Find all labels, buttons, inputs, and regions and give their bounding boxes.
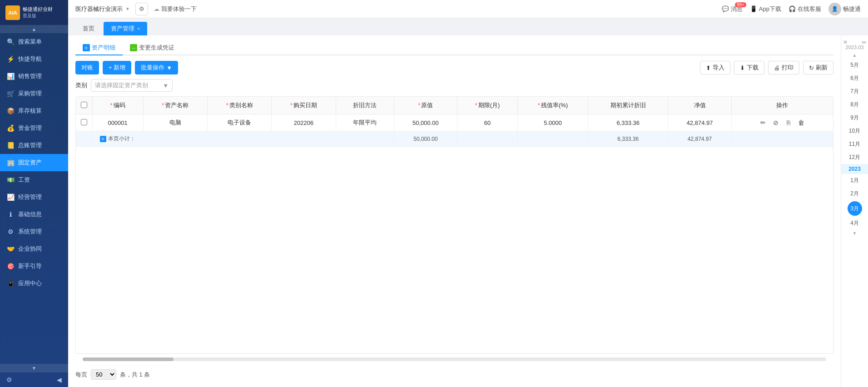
toolbar-right: ⬆ 导入 ⬇ 下载 🖨 打印 ↻ 刷新 <box>700 61 833 74</box>
print-button[interactable]: 🖨 打印 <box>768 61 799 74</box>
inner-tab-asset-detail[interactable]: ≡ 资产明细 <box>75 41 123 55</box>
sidebar-item-purchase[interactable]: 🛒 采购管理 <box>0 85 68 102</box>
calendar-scroll-up[interactable]: ▲ <box>841 52 868 59</box>
sidebar-scroll-up[interactable]: ▲ <box>0 25 68 33</box>
month-1[interactable]: 1月 <box>841 174 868 187</box>
inner-tab-voucher[interactable]: ↔ 变更生成凭证 <box>123 41 182 55</box>
row-checkbox[interactable] <box>81 119 87 125</box>
sidebar-item-payroll[interactable]: 💵 工资 <box>0 171 68 189</box>
link-icon[interactable]: ⎘ <box>784 118 793 127</box>
sidebar-item-guide[interactable]: 🎯 新手引导 <box>0 258 68 275</box>
subtotal-original-value: 50,000.00 <box>394 131 457 147</box>
col-residual-rate: *残值率(%) <box>518 97 588 114</box>
cell-period: 60 <box>457 114 517 131</box>
logo-text: 畅捷通好业财 普及版 <box>23 6 53 19</box>
sidebar-nav: 🔍 搜索菜单 ⚡ 快捷导航 📊 销售管理 🛒 采购管理 📦 库存核算 💰 资金管… <box>0 33 68 364</box>
tab-close-icon[interactable]: × <box>137 26 140 31</box>
reconcile-button[interactable]: 对账 <box>75 61 99 74</box>
sidebar-item-system[interactable]: ⚙ 系统管理 <box>0 223 68 240</box>
col-original-value: *原值 <box>394 97 457 114</box>
download-button[interactable]: ⬇ 下载 <box>734 61 764 74</box>
right-panel-expand-icon[interactable]: ⇔ <box>862 39 866 45</box>
sidebar-item-ledger[interactable]: 📒 总账管理 <box>0 137 68 154</box>
sidebar-item-app-center[interactable]: 📱 应用中心 <box>0 275 68 292</box>
content-area: ≡ 资产明细 ↔ 变更生成凭证 对账 + 新增 批量操作 ▼ <box>68 35 868 387</box>
subtotal-net-value: 42,874.97 <box>668 131 731 147</box>
message-button[interactable]: 💬 消息 99+ <box>722 5 743 13</box>
per-page-select[interactable]: 50 100 200 <box>91 369 116 380</box>
tab-bar: 首页 资产管理 × <box>68 18 868 35</box>
company-selector[interactable]: 医疗器械行业演示 ▼ <box>75 5 130 13</box>
online-service-button[interactable]: 🎧 在线客服 <box>789 5 821 13</box>
inventory-icon: 📦 <box>6 107 15 115</box>
cell-name: 电脑 <box>143 114 207 131</box>
month-5[interactable]: 5月 <box>841 59 868 72</box>
filter-bar: 类别 请选择固定资产类别 ▼ <box>75 79 833 92</box>
sidebar-item-fixed-assets[interactable]: 🏢 固定资产 <box>0 154 68 171</box>
sidebar-item-enterprise[interactable]: 🤝 企业协同 <box>0 240 68 258</box>
download-icon: 📱 <box>750 5 757 12</box>
edit-icon[interactable]: ✏ <box>759 118 768 127</box>
user-menu[interactable]: 👤 畅捷通 <box>828 3 861 15</box>
import-button[interactable]: ⬆ 导入 <box>700 61 730 74</box>
refresh-button[interactable]: ↻ 刷新 <box>803 61 833 74</box>
operations-icon: 📈 <box>6 193 15 201</box>
topbar: 医疗器械行业演示 ▼ ⚙ ☁ 我要体验一下 💬 消息 99+ 📱 App下载 🎧… <box>68 0 868 18</box>
main-panel: ≡ 资产明细 ↔ 变更生成凭证 对账 + 新增 批量操作 ▼ <box>68 35 841 387</box>
asset-detail-tab-icon: ≡ <box>83 44 90 51</box>
message-icon: 💬 <box>722 5 729 12</box>
month-7[interactable]: 7月 <box>841 85 868 98</box>
cell-depreciation-method: 年限平均 <box>336 114 394 131</box>
copy-icon[interactable]: ⊘ <box>771 118 780 127</box>
sidebar-scroll-down[interactable]: ▼ <box>0 364 68 372</box>
month-8[interactable]: 8月 <box>841 98 868 111</box>
basic-info-icon: ℹ <box>6 210 15 218</box>
cell-actions: ✏ ⊘ ⎘ 🗑 <box>731 114 833 131</box>
category-filter-select[interactable]: 请选择固定资产类别 ▼ <box>91 79 173 92</box>
scrollbar-thumb[interactable] <box>83 357 174 361</box>
calendar-scroll-down[interactable]: ▼ <box>841 230 868 237</box>
month-4[interactable]: 4月 <box>841 217 868 230</box>
month-12[interactable]: 12月 <box>841 151 868 164</box>
col-period: *期限(月) <box>457 97 517 114</box>
subtotal-icon: ≡ <box>100 136 106 142</box>
col-actions: 操作 <box>731 97 833 114</box>
sidebar-item-operations[interactable]: 📈 经营管理 <box>0 189 68 206</box>
month-10[interactable]: 10月 <box>841 124 868 138</box>
new-button[interactable]: + 新增 <box>103 61 131 74</box>
feedback-button[interactable]: ☁ 我要体验一下 <box>154 5 197 13</box>
delete-icon[interactable]: 🗑 <box>797 118 806 127</box>
sidebar-bottom: ⚙ ◀ <box>0 372 68 387</box>
cell-net-value: 42,874.97 <box>668 114 731 131</box>
fixed-assets-icon: 🏢 <box>6 159 15 167</box>
tab-home[interactable]: 首页 <box>75 22 102 35</box>
month-3-active[interactable]: 3月 <box>848 201 862 216</box>
month-6[interactable]: 6月 <box>841 72 868 85</box>
col-purchase-date: *购买日期 <box>272 97 336 114</box>
app-download-button[interactable]: 📱 App下载 <box>750 5 781 13</box>
batch-button[interactable]: 批量操作 ▼ <box>135 61 178 74</box>
voucher-tab-icon: ↔ <box>130 44 137 51</box>
month-2[interactable]: 2月 <box>841 187 868 200</box>
sidebar-item-funds[interactable]: 💰 资金管理 <box>0 119 68 137</box>
col-code: *编码 <box>92 97 143 114</box>
subtotal-accumulated-depreciation: 6,333.36 <box>588 131 668 147</box>
sidebar-item-quick-nav[interactable]: ⚡ 快捷导航 <box>0 50 68 68</box>
sidebar-item-sales[interactable]: 📊 销售管理 <box>0 68 68 85</box>
action-icons: ✏ ⊘ ⎘ 🗑 <box>735 118 829 127</box>
collapse-icon[interactable]: ◀ <box>57 376 62 383</box>
settings-button[interactable]: ⚙ <box>135 3 148 15</box>
sidebar-item-inventory[interactable]: 📦 库存核算 <box>0 102 68 119</box>
select-all-checkbox[interactable] <box>81 102 87 108</box>
settings-icon[interactable]: ⚙ <box>6 376 12 383</box>
funds-icon: 💰 <box>6 124 15 132</box>
tab-asset-management[interactable]: 资产管理 × <box>104 22 147 35</box>
sidebar-item-search[interactable]: 🔍 搜索菜单 <box>0 33 68 50</box>
horizontal-scrollbar[interactable] <box>83 357 826 361</box>
right-panel-close-icon[interactable]: ✕ <box>843 39 848 45</box>
sidebar-item-basic-info[interactable]: ℹ 基础信息 <box>0 206 68 223</box>
month-11[interactable]: 11月 <box>841 138 868 151</box>
month-9[interactable]: 9月 <box>841 111 868 124</box>
gear-icon: ⚙ <box>139 5 144 12</box>
topbar-right: 💬 消息 99+ 📱 App下载 🎧 在线客服 👤 畅捷通 <box>722 3 861 15</box>
